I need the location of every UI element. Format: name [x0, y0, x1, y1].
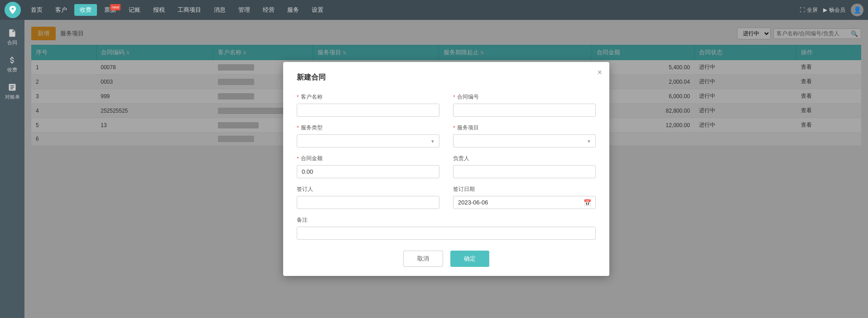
nav-settings[interactable]: 设置 — [306, 4, 329, 16]
sidebar-billing-label: 收费 — [7, 66, 17, 73]
remark-label: 备注 — [297, 216, 596, 224]
content-area: 新增 服务项目 进行中 已完成 已终止 🔍 序号 合同编码⇅ — [24, 20, 868, 318]
form-row-customer: * 客户名称 — [297, 93, 439, 117]
required-star-5: * — [297, 156, 299, 162]
dialog-close-button[interactable]: × — [597, 68, 602, 76]
signer-label: 签订人 — [297, 185, 439, 193]
sidebar-item-contract[interactable]: 合同 — [0, 24, 24, 50]
nav-customer[interactable]: 客户 — [50, 4, 72, 16]
nav-invoice[interactable]: 票据 new — [99, 4, 121, 16]
service-item-select-wrapper — [453, 134, 596, 147]
contract-no-label: * 合同编号 — [453, 93, 596, 101]
vip-label: 畅会员 — [829, 6, 845, 14]
form-row-contract-no: * 合同编号 — [453, 93, 596, 117]
nav-operation[interactable]: 经营 — [257, 4, 280, 16]
nav-manage[interactable]: 管理 — [233, 4, 256, 16]
form-row-responsible: 负责人 — [453, 155, 596, 178]
sidebar: 合同 收费 对账单 — [0, 20, 24, 318]
contract-amount-input[interactable] — [297, 165, 439, 178]
form-row-signer: 签订人 — [297, 185, 439, 209]
fullscreen-icon: ⛶ — [800, 7, 805, 13]
fullscreen-label: 全屏 — [807, 6, 818, 14]
nav-business[interactable]: 工商项目 — [172, 4, 207, 16]
nav-home[interactable]: 首页 — [25, 4, 48, 16]
dialog-title: 新建合同 — [297, 73, 596, 82]
top-nav-right: ⛶ 全屏 ▶ 畅会员 👤 — [800, 4, 863, 16]
form-row-remark: 备注 — [297, 216, 596, 240]
billing-icon — [7, 55, 17, 65]
app-logo — [5, 2, 21, 18]
contract-icon — [7, 28, 17, 38]
sidebar-contract-label: 合同 — [7, 39, 17, 46]
confirm-button[interactable]: 确定 — [450, 251, 489, 267]
sign-date-input[interactable] — [453, 196, 596, 209]
form-row-service-type: * 服务类型 — [297, 124, 439, 147]
customer-name-input[interactable] — [297, 104, 439, 117]
sidebar-item-billing[interactable]: 收费 — [0, 52, 24, 77]
nav-bookkeeping[interactable]: 记账 — [123, 4, 146, 16]
service-type-label: * 服务类型 — [297, 124, 439, 132]
nav-menu: 首页 客户 收费 票据 new 记账 报税 工商项目 消息 管理 经营 服务 设… — [25, 4, 800, 16]
signer-input[interactable] — [297, 196, 439, 209]
sidebar-statement-label: 对账单 — [5, 94, 20, 100]
cancel-button[interactable]: 取消 — [403, 251, 443, 267]
form-grid: * 客户名称 * 合同编号 — [297, 93, 596, 240]
top-navigation: 首页 客户 收费 票据 new 记账 报税 工商项目 消息 管理 经营 服务 设… — [0, 0, 868, 20]
service-item-label: * 服务项目 — [453, 124, 596, 132]
dialog-footer: 取消 确定 — [297, 251, 596, 267]
dialog-overlay: 新建合同 × * 客户名称 * 合同编号 — [24, 20, 868, 318]
statement-icon — [7, 82, 17, 92]
responsible-label: 负责人 — [453, 155, 596, 162]
remark-input[interactable] — [297, 227, 596, 240]
form-row-amount: * 合同金额 — [297, 155, 439, 178]
form-row-service-item: * 服务项目 — [453, 124, 596, 147]
contract-no-input[interactable] — [453, 104, 596, 117]
new-contract-dialog: 新建合同 × * 客户名称 * 合同编号 — [283, 62, 609, 276]
vip-button[interactable]: ▶ 畅会员 — [823, 6, 845, 14]
required-star-3: * — [297, 125, 299, 131]
nav-billing[interactable]: 收费 — [74, 4, 97, 16]
required-star-4: * — [453, 125, 455, 131]
responsible-person-input[interactable] — [453, 165, 596, 178]
service-type-select-wrapper — [297, 134, 439, 147]
customer-name-label: * 客户名称 — [297, 93, 439, 101]
form-row-sign-date: 签订日期 📅 — [453, 185, 596, 209]
nav-tax[interactable]: 报税 — [148, 4, 170, 16]
sign-date-label: 签订日期 — [453, 185, 596, 193]
service-type-select[interactable] — [297, 134, 439, 147]
avatar[interactable]: 👤 — [851, 4, 863, 16]
new-badge: new — [110, 4, 121, 10]
amount-label: * 合同金额 — [297, 155, 439, 162]
sidebar-item-statement[interactable]: 对账单 — [0, 79, 24, 104]
fullscreen-button[interactable]: ⛶ 全屏 — [800, 6, 818, 14]
play-icon: ▶ — [823, 7, 827, 13]
required-star-2: * — [453, 94, 455, 100]
nav-service[interactable]: 服务 — [282, 4, 304, 16]
sign-date-wrapper: 📅 — [453, 196, 596, 209]
required-star: * — [297, 94, 299, 100]
nav-message[interactable]: 消息 — [208, 4, 231, 16]
main-layout: 合同 收费 对账单 新增 服务项目 进 — [0, 20, 868, 318]
service-item-select[interactable] — [453, 134, 596, 147]
